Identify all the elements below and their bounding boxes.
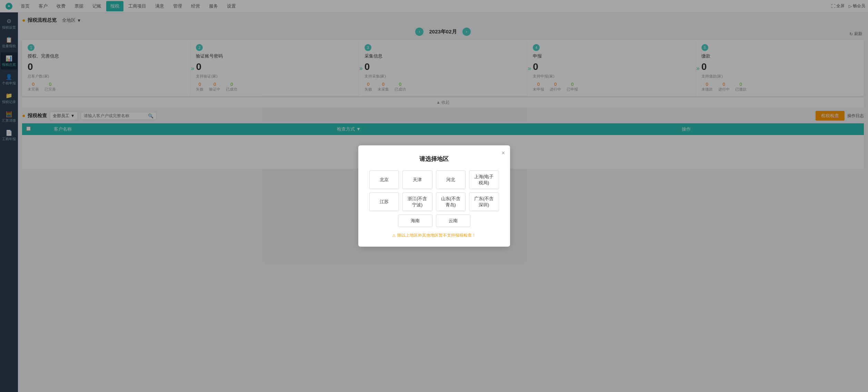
region-btn-jiangsu[interactable]: 江苏 [369, 193, 399, 211]
region-btn-yunnan[interactable]: 云南 [436, 215, 470, 227]
region-row-1: 北京 天津 河北 上海(电子税局) [369, 171, 499, 189]
modal-overlay[interactable]: × 请选择地区 北京 天津 河北 上海(电子税局) 江苏 浙江(不含宁波) 山东… [0, 0, 868, 392]
warning-icon: ⚠ [392, 233, 396, 238]
region-btn-tianjin[interactable]: 天津 [402, 171, 432, 189]
region-btn-hainan[interactable]: 海南 [398, 215, 432, 227]
region-btn-beijing[interactable]: 北京 [369, 171, 399, 189]
modal-warning: ⚠ 除以上地区外其他地区暂不支持报税检查！ [369, 233, 499, 238]
region-btn-hebei[interactable]: 河北 [436, 171, 466, 189]
region-btn-zhejiang[interactable]: 浙江(不含宁波) [402, 193, 432, 211]
region-select-modal: × 请选择地区 北京 天津 河北 上海(电子税局) 江苏 浙江(不含宁波) 山东… [358, 145, 510, 247]
region-btn-shandong[interactable]: 山东(不含青岛) [436, 193, 466, 211]
modal-title: 请选择地区 [369, 155, 499, 163]
region-row-2: 江苏 浙江(不含宁波) 山东(不含青岛) 广东(不含深圳) [369, 193, 499, 211]
region-btn-guangdong[interactable]: 广东(不含深圳) [469, 193, 499, 211]
region-btn-shanghai[interactable]: 上海(电子税局) [469, 171, 499, 189]
region-row-3: 海南 云南 [369, 215, 499, 227]
modal-close-button[interactable]: × [501, 149, 505, 157]
